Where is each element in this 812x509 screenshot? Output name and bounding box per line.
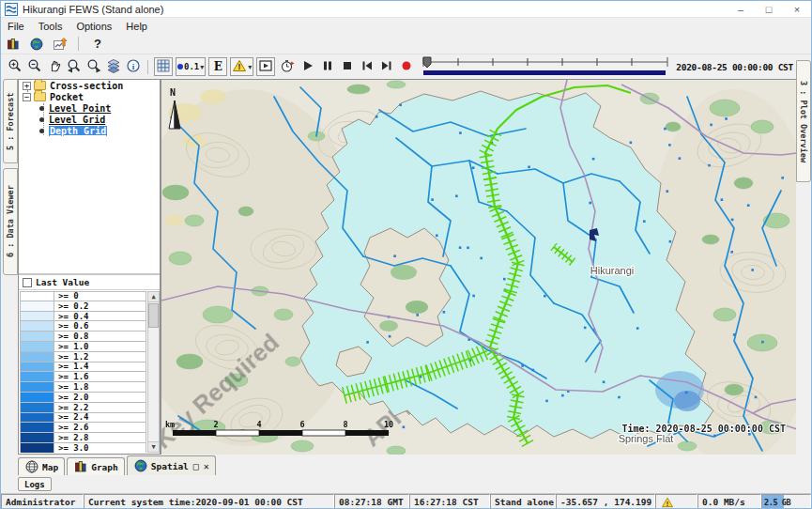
- tab-spatial[interactable]: Spatial□✕: [127, 455, 216, 475]
- warning-dropdown[interactable]: !: [230, 57, 253, 76]
- scale-tick: 2: [213, 420, 218, 429]
- globe-grid-icon: [24, 459, 39, 474]
- step-last-button[interactable]: [376, 57, 396, 76]
- tree-item-level-point[interactable]: Level Point: [19, 102, 160, 114]
- legend-button[interactable]: E: [208, 57, 227, 76]
- legend-label: >= 1.8: [54, 382, 146, 392]
- zoom-in-icon: [8, 58, 23, 75]
- threshold-dropdown[interactable]: 0.1: [176, 57, 206, 76]
- menu-help[interactable]: Help: [126, 21, 147, 32]
- record-icon: [399, 58, 414, 75]
- chart-export-icon[interactable]: [52, 36, 69, 53]
- help-button[interactable]: ?: [88, 37, 107, 51]
- expand-icon[interactable]: +: [23, 82, 31, 90]
- menu-tools[interactable]: Tools: [38, 21, 63, 32]
- download-speed-segment: 0.0 MB/s: [697, 494, 761, 509]
- zoom-next-button[interactable]: [84, 57, 103, 76]
- animation-button[interactable]: [256, 57, 275, 76]
- time-slider[interactable]: [420, 54, 671, 79]
- tree-item-level-grid[interactable]: Level Grid: [19, 114, 160, 125]
- scale-tick: 10: [384, 420, 393, 429]
- play-icon: [300, 58, 315, 75]
- legend-label: >= 1.6: [54, 372, 146, 381]
- legend-swatch: [21, 393, 54, 402]
- timer-button[interactable]: [277, 57, 297, 76]
- legend-row: >= 2.0: [20, 393, 146, 403]
- side-tab-forecast[interactable]: 5 : Forecast: [3, 79, 18, 163]
- map-canvas[interactable]: API Key Required API Key Required Hikura…: [161, 80, 796, 455]
- tab-map[interactable]: Map: [18, 457, 65, 475]
- legend-label: >= 0.2: [54, 301, 146, 311]
- zoom-out-button[interactable]: [24, 57, 44, 76]
- pause-icon: [320, 58, 335, 75]
- zoom-previous-button[interactable]: [64, 57, 84, 76]
- pan-button[interactable]: [44, 57, 64, 76]
- status-warning-segment: !: [655, 494, 697, 509]
- timer-icon: [280, 58, 295, 75]
- bar-chart-icon: [73, 459, 88, 474]
- svg-text:!: !: [666, 499, 668, 507]
- legend-swatch: [21, 301, 54, 311]
- folder-icon: [34, 92, 46, 101]
- tab-label: Map: [42, 462, 58, 472]
- svg-text:!: !: [238, 62, 241, 71]
- legend-row: >= 1.6: [20, 372, 146, 382]
- legend-swatch: [21, 433, 54, 442]
- map-area: API Key Required API Key Required Hikura…: [161, 79, 796, 455]
- step-first-button[interactable]: [357, 57, 376, 76]
- pause-button[interactable]: [317, 57, 337, 76]
- legend-row: >= 2.6: [20, 423, 146, 433]
- tab-maximize-icon[interactable]: □: [193, 461, 199, 471]
- legend-swatch: [21, 292, 54, 301]
- tab-label: Graph: [91, 462, 118, 472]
- legend-label: >= 2.0: [54, 393, 146, 402]
- info-button[interactable]: i: [123, 57, 143, 76]
- scroll-up-icon[interactable]: ▲: [148, 292, 159, 302]
- legend-label: >= 1.0: [54, 342, 146, 351]
- legend-row: >= 0.4: [20, 312, 146, 322]
- scroll-thumb[interactable]: [148, 303, 159, 328]
- legend-swatch: [21, 332, 54, 341]
- legend-swatch: [21, 443, 54, 453]
- side-tab-plot-overview[interactable]: 3 : Plot Overview: [796, 60, 811, 182]
- legend-swatch: [21, 362, 54, 372]
- tree-item-pocket[interactable]: −Pocket: [19, 91, 160, 102]
- stop-icon: [340, 58, 355, 75]
- scroll-down-icon[interactable]: ▼: [148, 441, 159, 452]
- tab-close-icon[interactable]: ✕: [204, 461, 209, 471]
- legend-label: >= 1.4: [54, 362, 146, 372]
- legend-label: >= 0.6: [54, 321, 146, 331]
- legend-row: >= 2.2: [20, 403, 146, 413]
- close-button[interactable]: ×: [783, 1, 811, 17]
- maximize-button[interactable]: □: [755, 1, 783, 17]
- tree-item-label: Level Point: [49, 103, 111, 114]
- side-tab-data-viewer[interactable]: 6 : Data Viewer: [3, 168, 18, 275]
- zoom-in-button[interactable]: [5, 57, 24, 76]
- minimize-button[interactable]: –: [727, 1, 755, 17]
- main-toolbar-icons: [5, 36, 69, 53]
- grid-display-button[interactable]: [154, 57, 173, 76]
- legend-scrollbar[interactable]: ▲ ▼: [147, 291, 160, 453]
- database-icon[interactable]: [5, 36, 22, 53]
- memory-segment: 2.5 GB: [761, 494, 811, 509]
- tree-item-label: Level Grid: [49, 115, 105, 125]
- layers-button[interactable]: [103, 57, 123, 76]
- stop-button[interactable]: [337, 57, 357, 76]
- tab-graph[interactable]: Graph: [67, 457, 125, 475]
- legend-swatch: [21, 312, 54, 321]
- logs-button[interactable]: Logs: [18, 477, 52, 491]
- legend-row: >= 2.4: [20, 413, 146, 424]
- legend-row: >= 1.8: [20, 382, 146, 393]
- globe-icon[interactable]: [28, 36, 45, 53]
- menu-options[interactable]: Options: [76, 21, 112, 32]
- play-button[interactable]: [298, 57, 317, 76]
- record-button[interactable]: [396, 57, 416, 76]
- legend-label: >= 0.8: [54, 332, 146, 341]
- menu-file[interactable]: File: [8, 21, 24, 32]
- menu-bar: FileToolsOptionsHelp: [1, 18, 811, 34]
- last-value-checkbox[interactable]: [23, 278, 32, 287]
- collapse-icon[interactable]: −: [23, 93, 31, 101]
- app-window: Hikurangi FEWS (Stand alone) – □ × FileT…: [0, 0, 812, 509]
- legend-header: Last Value: [19, 275, 160, 290]
- tree-item-depth-grid[interactable]: Depth Grid: [19, 125, 160, 136]
